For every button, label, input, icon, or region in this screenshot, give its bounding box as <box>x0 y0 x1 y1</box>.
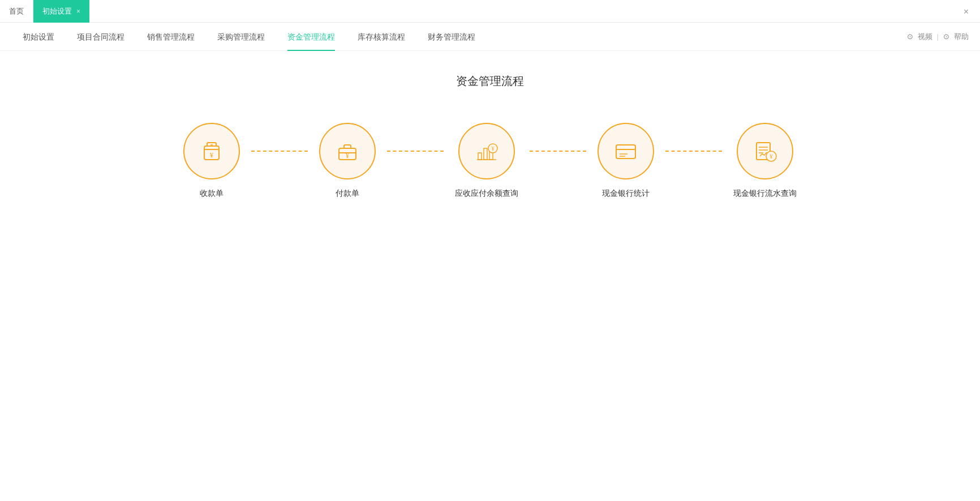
nav-item-cai-gou-guan-li[interactable]: 采购管理流程 <box>206 23 276 51</box>
flow-label-fu-kuan-dan: 付款单 <box>336 189 359 199</box>
nav-divider: | <box>937 32 939 41</box>
flow-label-xian-jin-yin-hang-tong-ji: 现金银行统计 <box>602 189 650 199</box>
flow-icon-fu-kuan-dan: ¥ <box>319 123 376 179</box>
svg-rect-6 <box>478 153 482 160</box>
flow-label-ying-shou-ying-fu: 应收应付余额查询 <box>455 189 518 199</box>
tab-close-button[interactable]: × <box>76 7 80 15</box>
svg-text:¥: ¥ <box>770 153 773 160</box>
video-link[interactable]: 视频 <box>918 32 932 42</box>
flow-item-ying-shou-ying-fu[interactable]: ¥ 应收应付余额查询 <box>455 123 518 199</box>
video-icon: ⊙ <box>907 32 913 41</box>
flow-connector-line-4 <box>665 151 722 152</box>
main-content: 资金管理流程 ¥ 收款单 <box>0 51 980 221</box>
flow-icon-shou-kuan-dan: ¥ <box>183 123 240 179</box>
help-icon: ⊙ <box>943 32 949 41</box>
flow-icon-xian-jin-yin-hang-liu-shui: ¥ <box>737 123 793 179</box>
nav-item-chu-shi-she-zhi[interactable]: 初始设置 <box>11 23 66 51</box>
active-tab[interactable]: 初始设置 × <box>33 0 89 23</box>
flow-container: ¥ 收款单 ¥ 付款单 <box>183 123 797 199</box>
nav-item-cai-wu-guan-li[interactable]: 财务管理流程 <box>416 23 487 51</box>
nav-item-zi-jin-guan-li[interactable]: 资金管理流程 <box>276 23 346 51</box>
help-link[interactable]: 帮助 <box>954 32 969 42</box>
flow-connector-line-3 <box>530 151 586 152</box>
flow-item-shou-kuan-dan[interactable]: ¥ 收款单 <box>183 123 240 199</box>
svg-text:¥: ¥ <box>492 145 495 152</box>
flow-connector-4 <box>654 151 733 171</box>
svg-rect-12 <box>616 145 635 159</box>
nav-right-actions: ⊙ 视频 | ⊙ 帮助 <box>907 32 969 42</box>
svg-text:¥: ¥ <box>346 152 349 160</box>
flow-connector-1 <box>240 151 319 171</box>
flow-connector-3 <box>518 151 598 171</box>
flow-label-xian-jin-yin-hang-liu-shui: 现金银行流水查询 <box>733 189 797 199</box>
flow-label-shou-kuan-dan: 收款单 <box>200 189 223 199</box>
flow-connector-line-2 <box>387 151 444 152</box>
svg-rect-7 <box>484 148 487 160</box>
page-title: 资金管理流程 <box>456 74 524 89</box>
flow-connector-line-1 <box>251 151 308 152</box>
nav-item-xiang-mu-he-tong[interactable]: 项目合同流程 <box>66 23 136 51</box>
flow-icon-ying-shou-ying-fu: ¥ <box>458 123 515 179</box>
home-tab[interactable]: 首页 <box>0 0 33 23</box>
flow-connector-2 <box>376 151 455 171</box>
nav-item-ku-cun-he-suan[interactable]: 库存核算流程 <box>346 23 416 51</box>
flow-item-fu-kuan-dan[interactable]: ¥ 付款单 <box>319 123 376 199</box>
flow-item-xian-jin-yin-hang-liu-shui[interactable]: ¥ 现金银行流水查询 <box>733 123 797 199</box>
flow-icon-xian-jin-yin-hang-tong-ji <box>598 123 654 179</box>
flow-item-xian-jin-yin-hang-tong-ji[interactable]: 现金银行统计 <box>598 123 654 199</box>
nav-menu: 初始设置 项目合同流程 销售管理流程 采购管理流程 资金管理流程 库存核算流程 … <box>0 23 980 51</box>
nav-item-xiao-shou-guan-li[interactable]: 销售管理流程 <box>136 23 206 51</box>
active-tab-label: 初始设置 <box>42 6 72 16</box>
svg-text:¥: ¥ <box>210 151 214 159</box>
window-close-button[interactable]: × <box>964 7 969 17</box>
